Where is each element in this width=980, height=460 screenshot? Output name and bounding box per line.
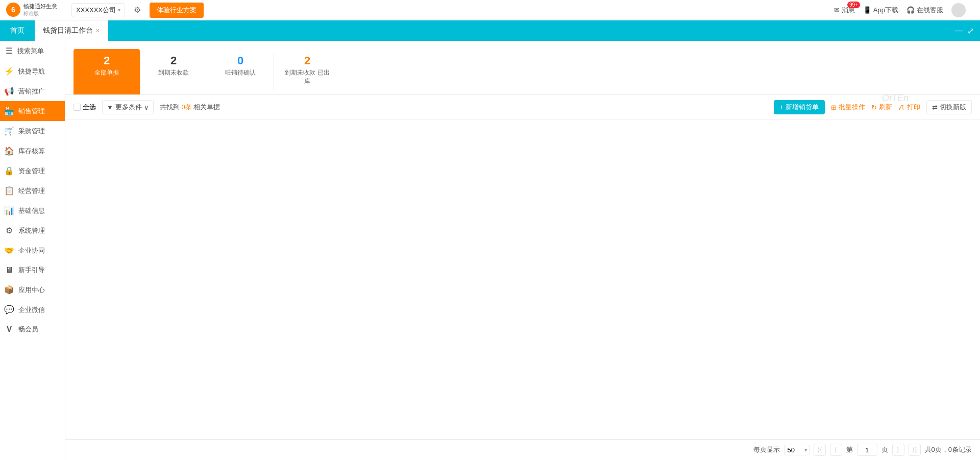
tab-active[interactable]: 钱货日清工作台 × bbox=[35, 20, 108, 41]
sidebar-search[interactable]: ☰ 搜索菜单 bbox=[0, 41, 65, 61]
tab-bar-right: — ⤢ bbox=[955, 26, 980, 36]
sidebar-item-guide[interactable]: 🖥 新手引导 bbox=[0, 260, 65, 280]
switch-label: 切换新版 bbox=[940, 103, 966, 112]
messages-badge: 99+ bbox=[847, 2, 860, 8]
page-suffix: 页 bbox=[881, 445, 888, 454]
menu-icon: ☰ bbox=[4, 46, 14, 56]
batch-ops-button[interactable]: ⊞ 批量操作 bbox=[831, 103, 865, 112]
switch-version-button[interactable]: ⇄ 切换新版 bbox=[926, 100, 972, 114]
sidebar-item-basic-info[interactable]: 📊 基础信息 bbox=[0, 201, 65, 221]
trial-button[interactable]: 体验行业方案 bbox=[150, 3, 204, 18]
sidebar-label-finance: 资金管理 bbox=[18, 166, 45, 176]
sidebar: ☰ 搜索菜单 ⚡ 快捷导航 📢 营销推广 🏪 销售管理 🛒 采购管理 🏠 库存核… bbox=[0, 41, 65, 460]
search-menu-label: 搜索菜单 bbox=[17, 46, 44, 56]
stat-tab-all[interactable]: 2 全部单据 bbox=[74, 49, 140, 94]
filter-label: 更多条件 bbox=[115, 103, 142, 112]
new-sales-button[interactable]: + 新增销货单 bbox=[774, 100, 825, 114]
page-next-btn[interactable]: ⟩ bbox=[892, 444, 904, 456]
sidebar-item-inventory[interactable]: 🏠 库存核算 bbox=[0, 141, 65, 161]
sidebar-item-sales[interactable]: 🏪 销售管理 bbox=[0, 101, 65, 121]
app-download-label: App下载 bbox=[873, 6, 898, 15]
tab-minimize-icon[interactable]: — bbox=[955, 26, 963, 35]
stat-tab-overdue[interactable]: 2 到期未收款 bbox=[140, 49, 207, 94]
stat-tab-pending[interactable]: 0 旺铺待确认 bbox=[207, 49, 274, 94]
found-text: 共找到 0条 相关单据 bbox=[160, 103, 220, 112]
finance-icon: 🔒 bbox=[4, 166, 14, 176]
basic-info-icon: 📊 bbox=[4, 206, 14, 215]
sidebar-item-quick-nav[interactable]: ⚡ 快捷导航 bbox=[0, 61, 65, 81]
chevron-down-icon: ▾ bbox=[118, 7, 120, 13]
stat-number-pending: 0 bbox=[215, 54, 265, 67]
pagination: 每页显示 50 10 20 100 ⟨⟨ ⟨ 第 页 ⟩ ⟩⟩ 共0页，0条记录 bbox=[65, 439, 980, 460]
filter-button[interactable]: ▼ 更多条件 ∨ bbox=[102, 100, 154, 114]
avatar[interactable] bbox=[951, 3, 966, 17]
main-layout: ☰ 搜索菜单 ⚡ 快捷导航 📢 营销推广 🏪 销售管理 🛒 采购管理 🏠 库存核… bbox=[0, 41, 980, 460]
sidebar-item-enterprise[interactable]: 🤝 企业协同 bbox=[0, 240, 65, 260]
table-area bbox=[65, 120, 980, 439]
sales-icon: 🏪 bbox=[4, 106, 14, 116]
print-button[interactable]: 🖨 打印 bbox=[898, 103, 920, 112]
logo-area: 6 畅捷通好生意 标准版 bbox=[6, 3, 71, 17]
company-name: XXXXXX公司 bbox=[76, 6, 116, 15]
sidebar-item-member[interactable]: V 畅会员 bbox=[0, 320, 65, 339]
per-page-wrap: 50 10 20 100 bbox=[784, 445, 810, 455]
checkbox-icon[interactable] bbox=[74, 104, 81, 111]
sidebar-item-finance[interactable]: 🔒 资金管理 bbox=[0, 161, 65, 181]
sidebar-label-purchase: 采购管理 bbox=[18, 127, 45, 136]
refresh-label: 刷新 bbox=[879, 103, 892, 112]
sidebar-item-purchase[interactable]: 🛒 采购管理 bbox=[0, 121, 65, 141]
stat-number-overdue: 2 bbox=[149, 54, 199, 67]
company-selector[interactable]: XXXXXX公司 ▾ bbox=[71, 3, 125, 17]
stat-label-shipped: 到期未收款 已出库 bbox=[282, 68, 332, 86]
wechat-icon: 💬 bbox=[4, 305, 14, 314]
top-bar: 6 畅捷通好生意 标准版 XXXXXX公司 ▾ ⚙ 体验行业方案 ✉ 消息 99… bbox=[0, 0, 980, 20]
tab-home[interactable]: 首页 bbox=[0, 20, 35, 41]
member-icon: V bbox=[4, 325, 14, 334]
sidebar-label-member: 畅会员 bbox=[18, 325, 38, 334]
stat-number-shipped: 2 bbox=[282, 54, 332, 67]
sidebar-item-marketing[interactable]: 📢 营销推广 bbox=[0, 81, 65, 101]
logo-sub: 标准版 bbox=[23, 10, 57, 17]
top-right-area: ✉ 消息 99+ 📱 App下载 🎧 在线客服 bbox=[834, 3, 974, 17]
toolbar: 全选 ▼ 更多条件 ∨ 共找到 0条 相关单据 + 新增销货单 ⊞ 批量操作 ↻ bbox=[65, 95, 980, 120]
total-label: 共0页，0条记录 bbox=[925, 445, 972, 454]
app-download-btn[interactable]: 📱 App下载 bbox=[863, 6, 898, 15]
sidebar-label-sales: 销售管理 bbox=[18, 107, 45, 116]
sidebar-label-system: 系统管理 bbox=[18, 226, 45, 235]
filter-icon: ▼ bbox=[107, 104, 113, 111]
sidebar-label-wechat: 企业微信 bbox=[18, 305, 45, 314]
sidebar-item-app-center[interactable]: 📦 应用中心 bbox=[0, 280, 65, 300]
per-page-label: 每页显示 bbox=[753, 445, 780, 454]
sidebar-item-system[interactable]: ⚙ 系统管理 bbox=[0, 221, 65, 240]
batch-label: 批量操作 bbox=[839, 103, 865, 112]
sidebar-label-marketing: 营销推广 bbox=[18, 87, 45, 96]
refresh-button[interactable]: ↻ 刷新 bbox=[871, 103, 892, 112]
stat-tab-shipped[interactable]: 2 到期未收款 已出库 bbox=[274, 49, 340, 94]
per-page-select[interactable]: 50 10 20 100 bbox=[784, 445, 810, 455]
select-all-checkbox[interactable]: 全选 bbox=[74, 103, 96, 112]
settings-icon[interactable]: ⚙ bbox=[129, 2, 145, 18]
online-service-btn[interactable]: 🎧 在线客服 bbox=[906, 6, 943, 15]
stat-label-all: 全部单据 bbox=[82, 68, 132, 77]
stat-label-overdue: 到期未收款 bbox=[149, 68, 199, 77]
batch-icon: ⊞ bbox=[831, 104, 837, 111]
page-first-btn[interactable]: ⟨⟨ bbox=[814, 444, 826, 456]
quick-nav-icon: ⚡ bbox=[4, 66, 14, 76]
page-input[interactable] bbox=[857, 444, 877, 456]
print-label: 打印 bbox=[907, 103, 920, 112]
switch-icon: ⇄ bbox=[932, 104, 938, 111]
messages-btn[interactable]: ✉ 消息 99+ bbox=[834, 6, 855, 15]
select-all-label: 全选 bbox=[83, 103, 96, 112]
page-label: 第 bbox=[846, 445, 853, 454]
content-area: 2 全部单据 2 到期未收款 0 旺铺待确认 2 到期未收款 已出库 bbox=[65, 41, 980, 460]
purchase-icon: 🛒 bbox=[4, 126, 14, 136]
tab-label: 钱货日清工作台 bbox=[43, 26, 93, 35]
tab-close-icon[interactable]: × bbox=[96, 27, 100, 34]
tab-expand-icon[interactable]: ⤢ bbox=[967, 26, 974, 36]
logo-icon: 6 bbox=[6, 3, 20, 17]
logo-text-area: 畅捷通好生意 标准版 bbox=[23, 3, 57, 17]
page-prev-btn[interactable]: ⟨ bbox=[830, 444, 842, 456]
page-last-btn[interactable]: ⟩⟩ bbox=[909, 444, 921, 456]
sidebar-item-wechat[interactable]: 💬 企业微信 bbox=[0, 300, 65, 320]
sidebar-item-operations[interactable]: 📋 经营管理 bbox=[0, 181, 65, 201]
